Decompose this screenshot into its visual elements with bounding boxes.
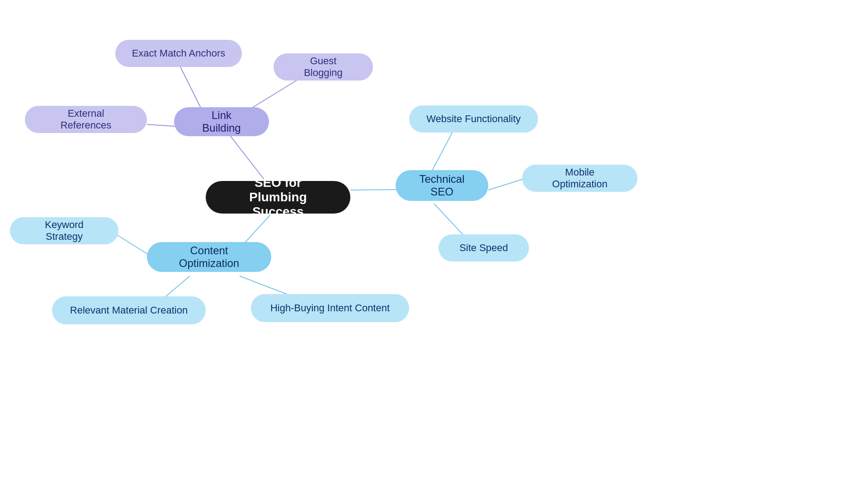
link-building-label: Link Building xyxy=(192,109,251,134)
relevant-material-label: Relevant Material Creation xyxy=(70,304,188,316)
exact-match-anchors-node: Exact Match Anchors xyxy=(115,40,242,67)
keyword-strategy-label: Keyword Strategy xyxy=(26,219,102,243)
keyword-strategy-node: Keyword Strategy xyxy=(10,217,118,244)
guest-blogging-node: Guest Blogging xyxy=(274,53,373,81)
website-functionality-label: Website Functionality xyxy=(426,113,521,125)
center-label: SEO for Plumbing Success xyxy=(227,176,329,219)
exact-match-anchors-label: Exact Match Anchors xyxy=(132,48,226,59)
link-building-node: Link Building xyxy=(174,107,269,136)
mobile-optimization-node: Mobile Optimization xyxy=(522,165,637,192)
site-speed-node: Site Speed xyxy=(439,234,529,262)
svg-line-1 xyxy=(176,59,203,113)
high-buying-node: High-Buying Intent Content xyxy=(251,294,409,322)
svg-line-6 xyxy=(488,179,524,190)
svg-line-4 xyxy=(350,190,398,190)
relevant-material-node: Relevant Material Creation xyxy=(52,296,206,324)
content-optimization-label: Content Optimization xyxy=(165,244,253,270)
external-references-label: External References xyxy=(41,108,131,131)
website-functionality-node: Website Functionality xyxy=(409,105,538,133)
site-speed-label: Site Speed xyxy=(459,242,508,254)
content-optimization-node: Content Optimization xyxy=(147,242,271,272)
svg-line-7 xyxy=(434,204,466,238)
center-node: SEO for Plumbing Success xyxy=(206,181,350,214)
technical-seo-label: Technical SEO xyxy=(414,173,470,198)
technical-seo-node: Technical SEO xyxy=(396,170,488,201)
high-buying-label: High-Buying Intent Content xyxy=(270,302,390,314)
mobile-optimization-label: Mobile Optimization xyxy=(538,167,621,190)
guest-blogging-label: Guest Blogging xyxy=(290,55,357,79)
external-references-node: External References xyxy=(25,106,147,133)
